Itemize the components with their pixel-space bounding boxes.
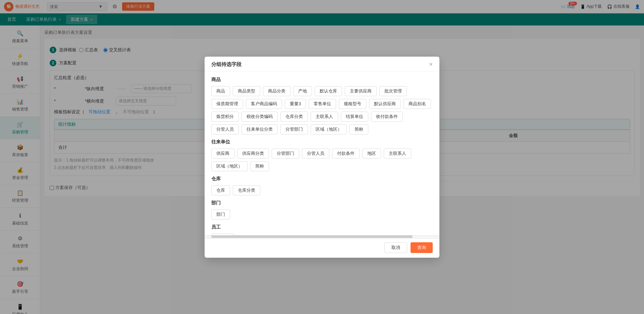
modal-title: 分组待选字段 <box>211 61 241 68</box>
field-tag-wh-1[interactable]: 仓库分类 <box>233 185 260 195</box>
field-tag-cp-4[interactable]: 付款条件 <box>332 148 360 159</box>
modal-close-btn[interactable]: × <box>429 61 433 67</box>
field-tag-goods-8[interactable]: 客户商品编码 <box>246 99 282 109</box>
field-select-modal: 分组待选字段 × 商品 商品 商品类型 商品分类 产地 默认仓库 主要供应商 批… <box>205 57 439 258</box>
field-tag-goods-23[interactable]: 区域（地区） <box>311 124 347 134</box>
fields-grid-department: 部门 <box>211 209 433 219</box>
section-title-department: 部门 <box>211 200 433 206</box>
fields-grid-warehouse: 仓库 仓库分类 <box>211 185 433 195</box>
section-title-goods: 商品 <box>211 77 433 83</box>
field-tag-cp-7[interactable]: 区域（地区） <box>211 161 248 171</box>
field-tag-goods-21[interactable]: 往来单位分类 <box>241 124 278 134</box>
section-title-warehouse: 仓库 <box>211 176 433 182</box>
field-tag-cp-2[interactable]: 分管部门 <box>272 148 299 159</box>
field-tag-goods-9[interactable]: 重量3 <box>285 99 306 109</box>
modal-overlay: 分组待选字段 × 商品 商品 商品类型 商品分类 产地 默认仓库 主要供应商 批… <box>0 0 644 314</box>
field-tag-goods-19[interactable]: 收付款条件 <box>371 112 403 122</box>
field-tag-goods-18[interactable]: 结算单位 <box>341 112 368 122</box>
fields-grid-counterpart: 供应商 供应商分类 分管部门 分管人员 付款条件 地区 主联系人 区域（地区） … <box>211 148 433 171</box>
field-tag-goods-13[interactable]: 商品别名 <box>404 99 431 109</box>
field-tag-cp-6[interactable]: 主联系人 <box>384 148 411 159</box>
field-tag-goods-14[interactable]: 炼货积分 <box>211 112 239 122</box>
section-title-counterpart: 往来单位 <box>211 139 433 145</box>
field-tag-goods-7[interactable]: 保质期管理 <box>211 99 243 109</box>
scroll-thumb <box>211 235 413 238</box>
field-tag-goods-11[interactable]: 规格型号 <box>339 99 366 109</box>
cancel-button[interactable]: 取消 <box>384 242 407 253</box>
fields-grid-goods: 商品 商品类型 商品分类 产地 默认仓库 主要供应商 批次管理 保质期管理 客户… <box>211 86 433 134</box>
field-tag-goods-6[interactable]: 批次管理 <box>379 86 407 96</box>
modal-scrollbar[interactable] <box>205 235 439 238</box>
field-tag-goods-1[interactable]: 商品类型 <box>233 86 260 96</box>
field-tag-goods-4[interactable]: 默认仓库 <box>315 86 342 96</box>
field-tag-goods-10[interactable]: 零售单位 <box>309 99 336 109</box>
field-tag-goods-3[interactable]: 产地 <box>293 86 312 96</box>
field-tag-goods-5[interactable]: 主要供应商 <box>345 86 377 96</box>
modal-body: 商品 商品 商品类型 商品分类 产地 默认仓库 主要供应商 批次管理 保质期管理… <box>205 71 439 236</box>
field-tag-wh-0[interactable]: 仓库 <box>211 185 230 195</box>
field-tag-goods-24[interactable]: 简称 <box>350 124 368 134</box>
field-tag-goods-17[interactable]: 主联系人 <box>311 112 338 122</box>
field-tag-goods-0[interactable]: 商品 <box>211 86 230 96</box>
confirm-button[interactable]: 查询 <box>411 242 433 253</box>
field-tag-cp-1[interactable]: 供应商分类 <box>237 148 269 159</box>
field-tag-cp-5[interactable]: 地区 <box>362 148 381 159</box>
field-tag-goods-15[interactable]: 税收分类编码 <box>241 112 278 122</box>
modal-header: 分组待选字段 × <box>205 57 439 71</box>
field-tag-cp-3[interactable]: 分管人员 <box>302 148 329 159</box>
field-tag-goods-20[interactable]: 分管人员 <box>211 124 239 134</box>
field-tag-goods-2[interactable]: 商品分类 <box>263 86 290 96</box>
field-tag-cp-8[interactable]: 简称 <box>250 161 269 171</box>
field-tag-goods-12[interactable]: 默认供应商 <box>369 99 401 109</box>
field-tag-goods-22[interactable]: 分管部门 <box>280 124 308 134</box>
field-tag-cp-0[interactable]: 供应商 <box>211 148 234 159</box>
modal-footer: 取消 查询 <box>205 239 439 258</box>
section-title-employee: 员工 <box>211 224 433 230</box>
field-tag-dept-0[interactable]: 部门 <box>211 209 230 219</box>
field-tag-goods-16[interactable]: 仓库分类 <box>280 112 308 122</box>
